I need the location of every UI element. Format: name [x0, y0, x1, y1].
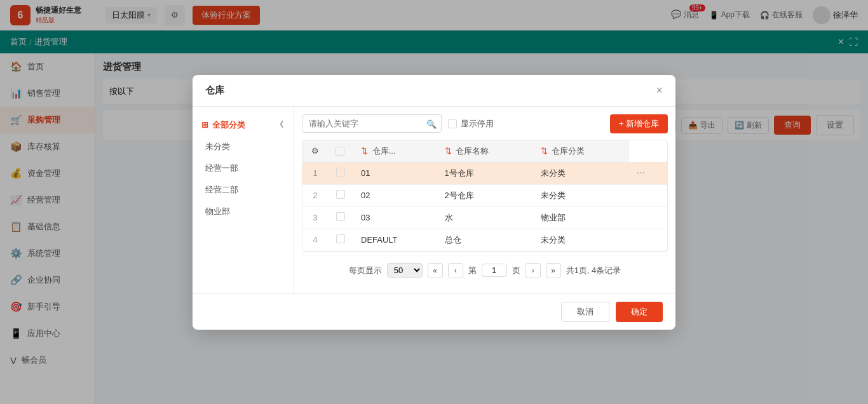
dialog-footer: 取消 确定	[193, 293, 675, 330]
row-category: 未分类	[533, 184, 629, 206]
dialog-title: 仓库	[205, 84, 224, 97]
dialog-overlay: 仓库 × ⊞ 全部分类 《 未分类 经营一部 经营二部 物业部	[0, 0, 868, 404]
show-disabled-label: 显示停用	[461, 118, 494, 130]
row-number: 2	[302, 184, 328, 206]
dialog-right-panel: 🔍 显示停用 + 新增仓库 ⚙	[294, 107, 675, 293]
row-number: 4	[302, 229, 328, 251]
row-code: 01	[353, 162, 437, 184]
row-name: 水	[437, 206, 533, 229]
first-page-button[interactable]: «	[428, 263, 443, 278]
table-row[interactable]: 3 03 水 物业部	[302, 206, 667, 229]
table-row[interactable]: 2 02 2号仓库 未分类	[302, 184, 667, 206]
show-disabled-checkbox[interactable]	[448, 119, 457, 128]
category-item-dept1[interactable]: 经营一部	[193, 158, 294, 179]
row-code: 02	[353, 184, 437, 206]
warehouse-dialog: 仓库 × ⊞ 全部分类 《 未分类 经营一部 经营二部 物业部	[193, 75, 675, 330]
sort-icon2: ⇅	[445, 146, 452, 156]
page-suffix: 页	[512, 265, 520, 276]
dialog-close-button[interactable]: ×	[656, 84, 663, 97]
collapse-button[interactable]: 《	[275, 120, 285, 130]
category-item-uncategorized[interactable]: 未分类	[193, 136, 294, 158]
row-name: 2号仓库	[437, 184, 533, 206]
row-category: 未分类	[533, 229, 629, 251]
row-name: 总仓	[437, 229, 533, 251]
search-icon[interactable]: 🔍	[426, 119, 437, 128]
table-row[interactable]: 4 DEFAULT 总仓 未分类	[302, 229, 667, 251]
category-item-dept2[interactable]: 经营二部	[193, 179, 294, 201]
row-more-btn[interactable]: ···	[629, 162, 667, 184]
row-checkbox[interactable]	[328, 184, 353, 206]
row-checkbox[interactable]	[328, 229, 353, 251]
search-input[interactable]	[302, 114, 442, 133]
category-item-property[interactable]: 物业部	[193, 201, 294, 222]
dialog-header: 仓库 ×	[193, 75, 675, 107]
per-page-label: 每页显示	[349, 265, 382, 276]
page-label: 第	[468, 265, 477, 276]
col-gear: ⚙	[302, 140, 328, 163]
per-page-select[interactable]: 50 100	[387, 263, 423, 278]
row-checkbox[interactable]	[328, 206, 353, 229]
warehouse-table: ⚙ ⇅ 仓库... ⇅ 仓库名称	[302, 140, 668, 252]
add-warehouse-button[interactable]: + 新增仓库	[610, 114, 668, 133]
grid-icon: ⊞	[201, 120, 208, 130]
row-code: 03	[353, 206, 437, 229]
last-page-button[interactable]: »	[546, 263, 561, 278]
dialog-body: ⊞ 全部分类 《 未分类 经营一部 经营二部 物业部 🔍	[193, 107, 675, 293]
next-page-button[interactable]: ›	[526, 263, 541, 278]
row-code: DEFAULT	[353, 229, 437, 251]
category-panel: ⊞ 全部分类 《 未分类 经营一部 经营二部 物业部	[193, 107, 294, 293]
show-disabled-wrap: 显示停用	[448, 118, 494, 130]
dialog-search-bar: 🔍 显示停用 + 新增仓库	[302, 114, 668, 133]
col-checkbox-header[interactable]	[328, 140, 353, 163]
row-name: 1号仓库	[437, 162, 533, 184]
confirm-button[interactable]: 确定	[616, 302, 663, 322]
col-code-header[interactable]: ⇅ 仓库...	[353, 140, 437, 163]
sort-icon3: ⇅	[541, 146, 548, 156]
row-checkbox[interactable]	[328, 162, 353, 184]
row-category: 物业部	[533, 206, 629, 229]
sort-icon: ⇅	[361, 146, 368, 156]
pagination: 每页显示 50 100 « ‹ 第 页 › » 共1页, 4条记录	[302, 255, 668, 286]
row-number: 1	[302, 162, 328, 184]
row-number: 3	[302, 206, 328, 229]
page-input[interactable]	[482, 264, 507, 277]
category-all[interactable]: ⊞ 全部分类 《	[193, 114, 294, 136]
prev-page-button[interactable]: ‹	[448, 263, 463, 278]
col-name-header[interactable]: ⇅ 仓库名称	[437, 140, 533, 163]
search-input-wrap: 🔍	[302, 114, 442, 133]
total-info: 共1页, 4条记录	[566, 265, 621, 276]
row-category: 未分类	[533, 162, 629, 184]
table-row[interactable]: 1 01 1号仓库 未分类···	[302, 162, 667, 184]
col-category-header[interactable]: ⇅ 仓库分类	[533, 140, 629, 163]
cancel-button[interactable]: 取消	[561, 302, 609, 322]
